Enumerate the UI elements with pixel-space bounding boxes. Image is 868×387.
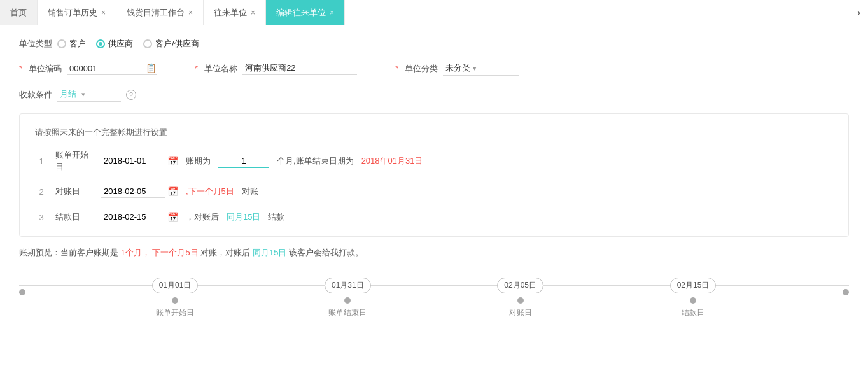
- payment-terms-field: 收款条件 月结 ▾ ?: [19, 87, 136, 102]
- radio-customer[interactable]: 客户: [57, 38, 86, 50]
- period-settings-box: 请按照未来的一个完整帐期进行设置 1 账单开始日 📅 账期为 个月,账单结束日期…: [19, 113, 849, 237]
- timeline-node-4-dot: [690, 297, 696, 304]
- timeline-badge-3: 02月05日: [497, 278, 543, 293]
- tab-edit-partner-label: 编辑往来单位: [276, 7, 326, 18]
- tab-sales-history-label: 销售订单历史: [48, 7, 97, 18]
- unit-type-row: 单位类型 客户 供应商 客户/供应商: [19, 38, 849, 50]
- tab-partner-label: 往来单位: [214, 7, 247, 18]
- preview-text: 账期预览：当前客户账期是 1个月， 下一个月5日 对账，对账后 同月15日 该客…: [19, 247, 849, 258]
- tab-bar: 首页 销售订单历史 × 钱货日清工作台 × 往来单位 × 编辑往来单位 × ›: [0, 0, 868, 25]
- payment-suffix: 结款: [268, 211, 284, 223]
- payment-date-input[interactable]: [101, 211, 165, 223]
- radio-both[interactable]: 客户/供应商: [143, 38, 199, 50]
- unit-name-input[interactable]: [242, 62, 357, 75]
- radio-customer-label: 客户: [69, 38, 86, 50]
- unit-type-label: 单位类型: [19, 38, 52, 50]
- payment-terms-value: 月结: [57, 87, 79, 101]
- payment-terms-select[interactable]: 月结 ▾: [57, 87, 121, 102]
- unit-category-star: *: [395, 64, 398, 73]
- tab-edit-partner[interactable]: 编辑往来单位 ×: [266, 0, 345, 25]
- radio-both-circle: [143, 39, 152, 48]
- main-content: 单位类型 客户 供应商 客户/供应商 * 单位编码: [0, 25, 868, 387]
- radio-group: 客户 供应商 客户/供应商: [57, 38, 199, 50]
- radio-customer-circle: [57, 39, 66, 48]
- start-date-label: 账单开始日: [55, 150, 94, 172]
- step-2: 2: [35, 187, 48, 197]
- radio-supplier-label: 供应商: [108, 38, 133, 50]
- unit-code-input[interactable]: [67, 62, 143, 74]
- reconcile-date-input[interactable]: [101, 185, 165, 198]
- timeline-node-2-dot: [344, 297, 351, 304]
- reconcile-date-label: 对账日: [55, 186, 94, 197]
- timeline-start-dot: [19, 289, 25, 295]
- end-date-highlight: 2018年01月31日: [361, 155, 423, 167]
- timeline-node-2: 01月31日 账单结束日: [325, 278, 371, 318]
- timeline-end-dot: [843, 289, 849, 295]
- preview-middle: 对账，对账后: [200, 248, 250, 257]
- payment-highlight: 同月15日: [227, 211, 260, 223]
- tab-cash-work[interactable]: 钱货日清工作台 ×: [116, 0, 204, 25]
- unit-category-field: * 单位分类 未分类 ▾: [395, 61, 519, 76]
- unit-name-label: 单位名称: [204, 63, 237, 74]
- preview-part1: 1个月，: [121, 248, 150, 257]
- unit-name-field: * 单位名称: [195, 62, 357, 75]
- payment-prefix: ，对账后: [186, 211, 219, 223]
- reconcile-suffix: 对账: [242, 186, 258, 197]
- payment-date-calendar-icon[interactable]: 📅: [167, 212, 178, 222]
- preview-label: 账期预览：当前客户账期是: [19, 248, 118, 257]
- payment-date-label: 结款日: [55, 211, 94, 223]
- reconcile-date-calendar-icon[interactable]: 📅: [167, 186, 178, 197]
- unit-code-field: * 单位编码 📋: [19, 62, 157, 75]
- timeline-node-3: 02月05日 对账日: [497, 278, 543, 318]
- preview-part2: 下一个月5日: [152, 248, 198, 257]
- period-title: 请按照未来的一个完整帐期进行设置: [35, 127, 833, 138]
- tab-partner-close[interactable]: ×: [251, 8, 255, 17]
- tab-sales-history[interactable]: 销售订单历史 ×: [38, 0, 116, 25]
- payment-terms-arrow: ▾: [81, 90, 85, 99]
- tab-sales-history-close[interactable]: ×: [101, 8, 106, 17]
- tab-cash-work-label: 钱货日清工作台: [127, 7, 185, 18]
- help-icon[interactable]: ?: [126, 90, 136, 100]
- payment-terms-row: 收款条件 月结 ▾ ?: [19, 87, 849, 102]
- timeline-node-3-dot: [517, 297, 524, 304]
- period-row-3: 3 结款日 📅 ，对账后 同月15日 结款: [35, 211, 833, 223]
- timeline: 01月01日 账单开始日 01月31日 账单结束日 02月05日 对账日: [19, 271, 849, 331]
- unit-code-star: *: [19, 64, 22, 73]
- unit-category-label: 单位分类: [405, 63, 438, 74]
- timeline-node-4-label: 结款日: [682, 307, 704, 318]
- months-input[interactable]: [218, 155, 269, 168]
- start-date-input[interactable]: [101, 155, 165, 167]
- unit-info-row: * 单位编码 📋 * 单位名称 * 单位分类 未分类 ▾: [19, 61, 849, 76]
- timeline-badge-4: 02月15日: [670, 278, 717, 293]
- timeline-node-1: 01月01日 账单开始日: [152, 278, 199, 318]
- unit-code-input-wrapper: 📋: [67, 62, 157, 75]
- radio-supplier-circle: [96, 39, 105, 48]
- tab-partner[interactable]: 往来单位 ×: [204, 0, 266, 25]
- period-row-2: 2 对账日 📅 ,下一个月5日 对账: [35, 185, 833, 198]
- preview-end: 该客户会给我打款。: [289, 248, 363, 257]
- unit-code-label: 单位编码: [29, 63, 62, 74]
- tab-edit-partner-close[interactable]: ×: [330, 8, 334, 17]
- timeline-node-4: 02月15日 结款日: [670, 278, 717, 318]
- timeline-items: 01月01日 账单开始日 01月31日 账单结束日 02月05日 对账日: [19, 278, 849, 318]
- unit-code-copy-icon[interactable]: 📋: [146, 63, 157, 73]
- unit-name-star: *: [195, 64, 198, 73]
- tab-cash-work-close[interactable]: ×: [188, 8, 193, 17]
- start-date-input-wrapper: 📅: [101, 155, 178, 167]
- step-1: 1: [35, 157, 48, 166]
- unit-category-arrow: ▾: [473, 64, 477, 73]
- reconcile-highlight: ,下一个月5日: [186, 186, 234, 197]
- preview-part3: 同月15日: [253, 248, 286, 257]
- radio-both-label: 客户/供应商: [155, 38, 199, 50]
- timeline-node-3-label: 对账日: [509, 307, 532, 318]
- reconcile-date-input-wrapper: 📅: [101, 185, 178, 198]
- unit-category-value: 未分类: [445, 62, 470, 74]
- tab-home-label: 首页: [10, 7, 27, 18]
- tab-home[interactable]: 首页: [0, 0, 38, 25]
- unit-category-select[interactable]: 未分类 ▾: [443, 61, 519, 76]
- radio-supplier[interactable]: 供应商: [96, 38, 133, 50]
- start-date-calendar-icon[interactable]: 📅: [167, 156, 178, 166]
- tab-more-button[interactable]: ›: [850, 0, 868, 25]
- period-months-label: 个月,账单结束日期为: [277, 155, 354, 167]
- payment-terms-label: 收款条件: [19, 89, 52, 101]
